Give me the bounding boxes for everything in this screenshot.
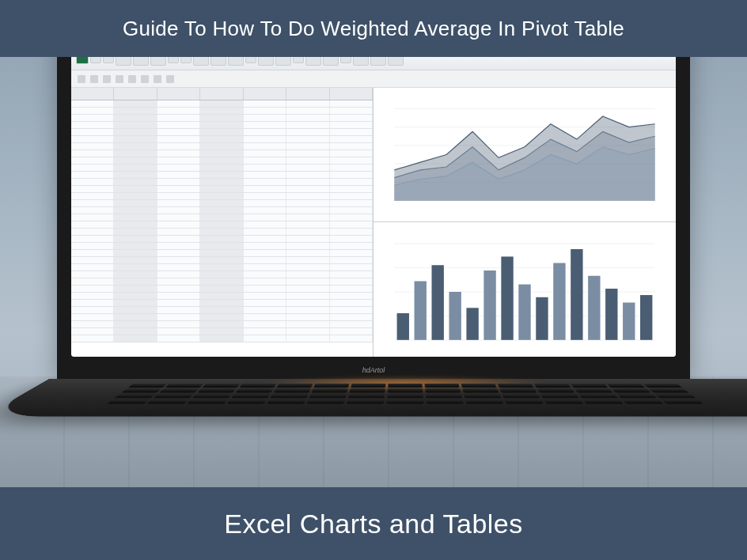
cell [157,300,200,306]
keyboard-key [461,384,497,388]
cell [330,186,373,192]
top-banner-title: Guide To How To Do Weighted Average In P… [123,17,624,41]
col-header [157,88,200,100]
col-header [71,88,114,100]
cell [330,150,373,157]
cell [244,200,286,206]
cell [114,193,157,199]
cell [157,129,200,135]
cell [71,221,114,228]
cell [330,115,373,121]
cell [200,293,243,299]
cell [244,328,286,335]
table-row [71,186,373,193]
cell [330,278,373,285]
keyboard-key [649,388,689,393]
svg-rect-19 [483,271,495,340]
cell [244,157,286,164]
cell [200,193,243,199]
table-row [71,179,373,186]
toolbar-button [90,75,98,83]
cell [71,278,114,285]
cell [114,278,157,285]
cell [330,157,373,164]
cell [114,307,157,313]
cell [286,307,329,313]
cell [157,278,200,285]
table-row [71,193,373,200]
svg-rect-22 [536,297,548,340]
cell [157,307,200,313]
cell [330,100,373,107]
cell [71,100,114,107]
keyboard-key [661,399,703,403]
column-headers [71,88,373,100]
cell [200,108,243,114]
keyboard-key [578,394,618,399]
cell [114,172,157,178]
cell [114,250,157,256]
cell [157,229,200,235]
cell [157,136,200,142]
keyboard-key [611,388,650,393]
cell [330,193,373,199]
cell [114,300,157,306]
cell [157,115,200,121]
cell [157,221,200,228]
cell [244,271,286,278]
cell [286,321,329,327]
cell [244,100,286,107]
svg-rect-15 [415,281,427,339]
cell [200,229,243,235]
cell [200,129,243,135]
cell [200,300,243,306]
table-row [71,207,373,214]
cell [71,172,114,178]
cell [200,179,243,185]
cell [330,271,373,278]
cell [71,214,114,221]
cell [244,150,286,157]
cell [286,100,329,107]
keyboard-key [240,384,277,388]
cell [286,328,329,335]
cell [114,157,157,164]
cell [330,307,373,313]
toolbar-button [154,75,161,83]
cell [200,264,243,271]
toolbar-button [116,75,123,83]
table-row [71,300,373,307]
cell [244,314,286,320]
cell [330,165,373,171]
keyboard-key [276,384,313,388]
cell [200,243,243,249]
table-row [71,236,373,243]
table-row [71,143,373,150]
cell [244,172,286,178]
cell [330,179,373,185]
cell [200,143,243,149]
cell [200,257,243,263]
cell [157,108,200,114]
cell [286,271,329,278]
cell [71,300,114,306]
cell [244,115,286,121]
table-row [71,307,373,314]
cell [114,179,157,185]
cell [286,115,329,121]
cell [244,307,286,313]
cell [200,136,243,142]
cell [157,165,200,171]
cell [114,115,157,121]
cell [286,214,329,221]
cell [200,307,243,313]
laptop-base [0,379,747,417]
cell [244,136,286,142]
cell [244,186,286,192]
table-row [71,150,373,157]
col-header [200,88,243,100]
cell [114,321,157,327]
cell [200,278,243,285]
cell [330,250,373,256]
cell [244,278,286,285]
